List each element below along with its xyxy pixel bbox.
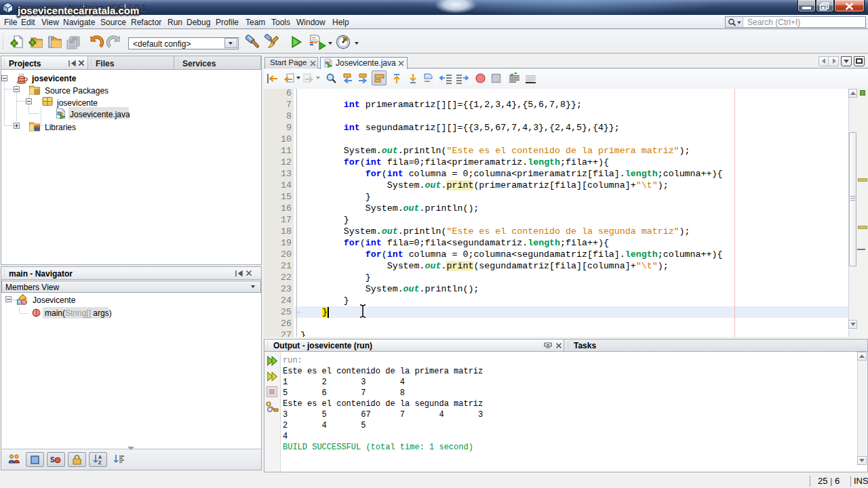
svg-text:Z: Z <box>98 460 102 465</box>
svg-text:S: S <box>50 456 55 464</box>
svg-text:A: A <box>98 455 102 460</box>
